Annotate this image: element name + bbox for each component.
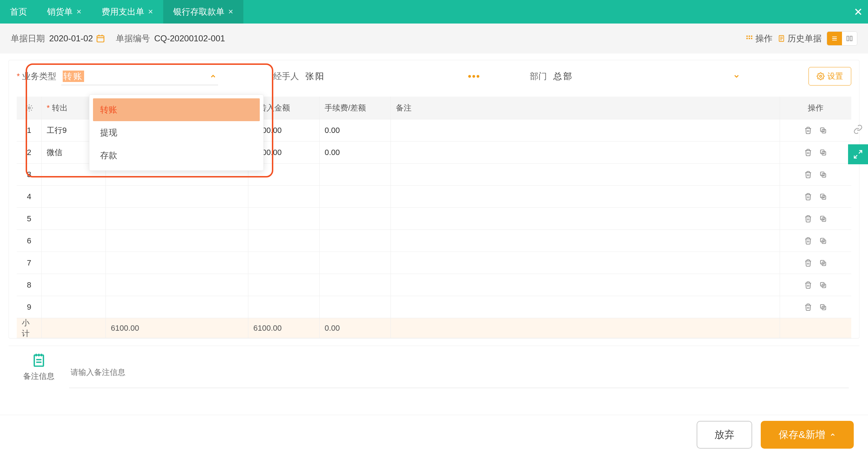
table-row[interactable]: 6 [17,230,851,252]
cell-remark[interactable] [391,296,780,318]
col-fee: 手续费/差额 [325,103,366,113]
dropdown-option-deposit[interactable]: 存款 [93,144,260,167]
settings-button[interactable]: 设置 [808,67,851,86]
bill-date-value[interactable]: 2020-01-02 [49,33,93,43]
table-row[interactable]: 8 [17,274,851,296]
cell-fee[interactable]: 0.00 [320,119,391,141]
cell-fee[interactable] [320,296,391,318]
link-tool-button[interactable] [848,119,868,139]
copy-add-icon[interactable] [819,281,827,289]
cell-out-amt[interactable] [106,186,248,207]
trash-icon[interactable] [804,215,812,223]
dropdown-option-transfer[interactable]: 转账 [93,98,260,121]
trash-icon[interactable] [804,237,812,245]
table-row[interactable]: 7 [17,252,851,274]
cell-fee[interactable] [320,186,391,207]
table-row[interactable]: 4 [17,186,851,208]
cell-out-amt[interactable] [106,230,248,252]
close-icon[interactable]: ✕ [148,0,153,24]
dept-field[interactable]: 部门 总部 [530,68,740,85]
cell-remark[interactable] [391,208,780,229]
cell-in-amount[interactable] [248,208,320,229]
copy-add-icon[interactable] [819,149,827,156]
copy-add-icon[interactable] [819,171,827,179]
tab-bank-label: 银行存取款单 [173,0,224,24]
cell-remark[interactable] [391,164,780,185]
copy-add-icon[interactable] [819,237,827,245]
save-and-new-button[interactable]: 保存&新增 [761,421,854,449]
tab-home[interactable]: 首页 [0,0,37,24]
more-icon[interactable]: ••• [468,71,480,82]
cell-fee[interactable] [320,252,391,274]
grid-icon [745,35,753,42]
cell-out-amt[interactable] [106,296,248,318]
cell-remark[interactable] [391,186,780,207]
cell-remark[interactable] [391,274,780,296]
cell-fee[interactable] [320,208,391,229]
cell-fee[interactable]: 0.00 [320,141,391,163]
trash-icon[interactable] [804,259,812,267]
chevron-up-icon[interactable] [210,73,217,80]
tab-bank[interactable]: 银行存取款单 ✕ [163,0,243,24]
close-icon[interactable]: ✕ [228,0,233,24]
trash-icon[interactable] [804,127,812,134]
copy-add-icon[interactable] [819,127,827,134]
dropdown-option-withdraw[interactable]: 提现 [93,121,260,144]
cell-in-amount[interactable] [248,296,320,318]
cell-fee[interactable] [320,164,391,185]
cell-remark[interactable] [391,252,780,274]
discard-button[interactable]: 放弃 [697,421,752,449]
row-index: 2 [17,141,42,163]
cell-out-acct[interactable] [42,296,106,318]
handler-field[interactable]: 经手人 张阳 ••• [273,68,530,85]
copy-add-icon[interactable] [819,259,827,267]
cell-out-acct[interactable] [42,230,106,252]
trash-icon[interactable] [804,171,812,179]
trash-icon[interactable] [804,193,812,201]
cell-out-acct[interactable] [42,252,106,274]
view-toggle [827,31,857,46]
cell-out-amt[interactable] [106,274,248,296]
biz-type-field[interactable]: * 业务类型 转账 [17,68,273,85]
view-column-button[interactable] [842,32,857,45]
cell-remark[interactable] [391,141,780,163]
cell-in-amount[interactable] [248,186,320,207]
table-row[interactable]: 9 [17,296,851,318]
copy-add-icon[interactable] [819,303,827,311]
view-list-button[interactable] [827,32,842,45]
operate-button[interactable]: 操作 [745,33,773,44]
cell-out-acct[interactable] [42,208,106,229]
footer-bar: 放弃 保存&新增 [0,415,868,454]
cell-out-acct[interactable] [42,274,106,296]
trash-icon[interactable] [804,303,812,311]
copy-add-icon[interactable] [819,215,827,223]
cell-remark[interactable] [391,119,780,141]
cell-out-amt[interactable] [106,208,248,229]
bill-date-label: 单据日期 [11,33,45,44]
cell-in-amount[interactable] [248,252,320,274]
remarks-input[interactable] [69,357,849,388]
calendar-icon[interactable] [96,34,105,43]
expand-tool-button[interactable] [848,144,868,164]
bill-no-value: CQ-20200102-001 [154,33,225,43]
cell-in-amount[interactable] [248,230,320,252]
cell-fee[interactable] [320,274,391,296]
close-panel-button[interactable]: ✕ [848,0,868,24]
history-button[interactable]: 历史单据 [777,33,822,44]
cell-out-acct[interactable] [42,186,106,207]
row-index: 4 [17,186,42,207]
chevron-down-icon[interactable] [733,73,740,80]
trash-icon[interactable] [804,149,812,156]
tab-expense[interactable]: 费用支出单 ✕ [92,0,163,24]
gear-icon[interactable] [25,104,33,112]
tab-sales[interactable]: 销货单 ✕ [37,0,92,24]
svg-rect-17 [847,36,849,41]
table-row[interactable]: 5 [17,208,851,230]
cell-fee[interactable] [320,230,391,252]
cell-out-amt[interactable] [106,252,248,274]
cell-in-amount[interactable] [248,274,320,296]
cell-remark[interactable] [391,230,780,252]
trash-icon[interactable] [804,281,812,289]
copy-add-icon[interactable] [819,193,827,201]
close-icon[interactable]: ✕ [76,0,82,24]
